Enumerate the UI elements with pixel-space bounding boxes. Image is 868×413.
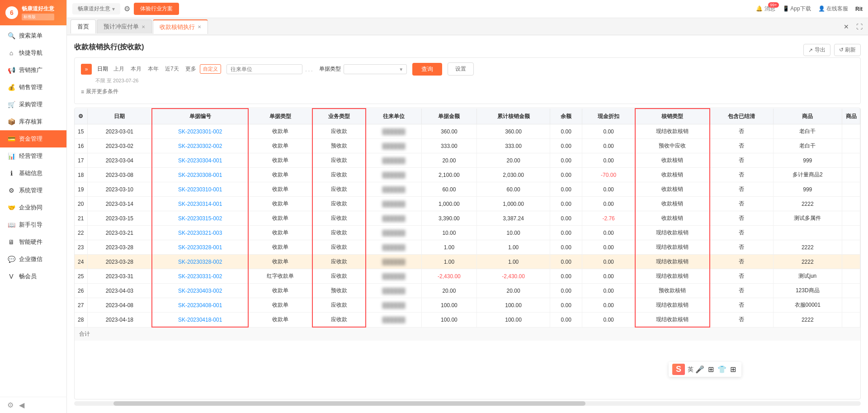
sidebar-item-wechat[interactable]: 💬 企业微信 <box>0 251 66 268</box>
cell-discount: 0.00 <box>582 269 636 284</box>
expand-tab-btn[interactable]: ⛶ <box>854 21 864 32</box>
filter-custom-btn[interactable]: 自定义 <box>200 64 221 74</box>
tab-collection-close[interactable]: ✕ <box>198 24 201 29</box>
filter-this-year[interactable]: 本年 <box>145 64 161 74</box>
sidebar-item-finance[interactable]: 💳 资金管理 <box>0 130 66 147</box>
bill-no-link[interactable]: SK-20230310-001 <box>178 186 222 193</box>
sidebar-item-hardware[interactable]: 🖥 智能硬件 <box>0 233 66 251</box>
col-settings-icon[interactable]: ⚙ <box>75 109 87 124</box>
col-bill-no: 单据编号 <box>152 109 248 124</box>
cell-biz-type: 应收款 <box>312 240 366 255</box>
filter-last-month[interactable]: 上月 <box>111 64 127 74</box>
tabs-bar: 首页 预计冲应付单 ✕ 收款核销执行 ✕ ✕ ⛶ <box>67 18 868 35</box>
bill-type-select[interactable] <box>344 64 407 74</box>
cell-bill-type: 收款单 <box>248 168 312 182</box>
cell-amount: 1,000.00 <box>422 197 477 211</box>
sidebar-item-member[interactable]: V 畅会员 <box>0 268 66 285</box>
cell-balance: 0.00 <box>550 284 582 298</box>
cell-partner: ██████ <box>366 211 421 226</box>
refresh-button[interactable]: ↺ 刷新 <box>834 44 861 56</box>
messages-btn[interactable]: 🔔 消息 99+ <box>756 5 775 13</box>
bill-no-link[interactable]: SK-20230301-002 <box>178 128 222 135</box>
bill-no-link[interactable]: SK-20230308-001 <box>178 172 222 178</box>
bill-no-link[interactable]: SK-20230328-002 <box>178 259 222 265</box>
online-service-btn[interactable]: 👤 在线客服 <box>818 5 848 13</box>
sidebar-item-marketing[interactable]: 📢 营销推广 <box>0 62 66 79</box>
cell-date: 2023-04-08 <box>87 298 152 313</box>
bill-no-link[interactable]: SK-20230403-002 <box>178 288 222 294</box>
tab-pending[interactable]: 预计冲应付单 ✕ <box>97 19 152 33</box>
cell-discount: 0.00 <box>582 153 636 168</box>
filter-more[interactable]: 更多 <box>183 64 199 74</box>
cell-goods: 2222 <box>773 313 842 328</box>
cell-biz-type: 应收款 <box>312 226 366 240</box>
bill-no-link[interactable]: SK-20230302-002 <box>178 143 222 149</box>
industry-btn[interactable]: 体验行业方案 <box>134 3 179 15</box>
filter-settings-btn[interactable]: 设置 <box>448 62 474 76</box>
sidebar: 6 畅康道好生意 标推版 🔍 搜索菜单 ⌂ 快捷导航 📢 营销推广 💰 销售管理… <box>0 0 67 413</box>
bill-no-link[interactable]: SK-20230408-001 <box>178 302 222 309</box>
scrollbar-thumb[interactable] <box>113 401 585 406</box>
cell-bill-type: 收款单 <box>248 226 312 240</box>
close-tab-btn[interactable]: ✕ <box>842 21 851 32</box>
export-button[interactable]: ↗ 导出 <box>803 44 830 56</box>
col-included: 包含已结清 <box>710 109 774 124</box>
expand-arrow-icon: ≡ <box>81 89 84 95</box>
watermark-grid-icon: ⊞ <box>708 365 714 374</box>
sidebar-item-system[interactable]: ⚙ 系统管理 <box>0 182 66 199</box>
cell-discount: 0.00 <box>582 139 636 153</box>
cell-biz-type: 应收款 <box>312 269 366 284</box>
cell-balance: 0.00 <box>550 168 582 182</box>
filter-collapse-btn[interactable]: » <box>81 64 92 75</box>
data-table: ⚙ 日期 单据编号 单据类型 业务类型 往来单位 单据金额 累计核销金额 余额 … <box>75 108 860 341</box>
page-title-actions: ↗ 导出 ↺ 刷新 <box>803 44 861 56</box>
sidebar-item-basic[interactable]: ℹ 基础信息 <box>0 165 66 182</box>
sidebar-nav: 🔍 搜索菜单 ⌂ 快捷导航 📢 营销推广 💰 销售管理 🛒 采购管理 📦 库存核… <box>0 25 66 397</box>
cell-writeoff: 60.00 <box>476 182 550 197</box>
cell-goods: 999 <box>773 182 842 197</box>
bill-no-link[interactable]: SK-20230328-001 <box>178 244 222 251</box>
cell-amount: 10.00 <box>422 226 477 240</box>
cell-partner: ██████ <box>366 298 421 313</box>
sidebar-item-enterprise[interactable]: 🤝 企业协同 <box>0 199 66 216</box>
cell-bill-type: 收款单 <box>248 313 312 328</box>
bill-no-link[interactable]: SK-20230304-001 <box>178 157 222 164</box>
partner-value: ██████ <box>382 317 406 323</box>
sidebar-item-search[interactable]: 🔍 搜索菜单 <box>0 27 66 44</box>
filter-this-month[interactable]: 本月 <box>128 64 144 74</box>
filter-7days[interactable]: 近7天 <box>162 64 182 74</box>
sidebar-item-quick[interactable]: ⌂ 快捷导航 <box>0 44 66 62</box>
sidebar-item-guide[interactable]: 📖 新手引导 <box>0 216 66 233</box>
partner-input[interactable] <box>226 64 302 74</box>
sidebar-item-purchase[interactable]: 🛒 采购管理 <box>0 96 66 113</box>
cell-goods2 <box>842 269 860 284</box>
sidebar-item-inventory[interactable]: 📦 库存核算 <box>0 113 66 130</box>
col-goods: 商品 <box>773 109 842 124</box>
system-icon: ⚙ <box>7 187 15 194</box>
tab-collection[interactable]: 收款核销执行 ✕ <box>153 19 208 34</box>
app-download-btn[interactable]: 📱 App下载 <box>783 5 811 13</box>
bill-no-link[interactable]: SK-20230315-002 <box>178 215 222 222</box>
sidebar-item-sales[interactable]: 💰 销售管理 <box>0 79 66 96</box>
export-icon: ↗ <box>808 47 813 53</box>
bill-no-link[interactable]: SK-20230418-001 <box>178 317 222 323</box>
bill-no-link[interactable]: SK-20230331-002 <box>178 273 222 280</box>
bill-no-link[interactable]: SK-20230321-003 <box>178 230 222 236</box>
gear-icon[interactable]: ⚙ <box>124 5 130 13</box>
tab-home[interactable]: 首页 <box>71 19 96 33</box>
tab-pending-close[interactable]: ✕ <box>142 24 145 29</box>
cell-biz-type: 应收款 <box>312 211 366 226</box>
sidebar-item-operations[interactable]: 📊 经营管理 <box>0 147 66 165</box>
expand-btn[interactable]: ≡ 展开更多条件 <box>81 86 854 97</box>
cell-included: 否 <box>710 284 774 298</box>
collapse-icon[interactable]: ◀ <box>19 401 24 409</box>
cell-no: 25 <box>75 269 87 284</box>
cell-amount: 1.00 <box>422 240 477 255</box>
settings-footer-icon[interactable]: ⚙ <box>7 401 14 409</box>
cell-goods: 老白干 <box>773 124 842 139</box>
cell-goods2 <box>842 139 860 153</box>
expand-row: ≡ 展开更多条件 <box>81 84 854 99</box>
cell-included: 否 <box>710 197 774 211</box>
bill-no-link[interactable]: SK-20230314-001 <box>178 201 222 207</box>
query-button[interactable]: 查询 <box>412 63 442 76</box>
